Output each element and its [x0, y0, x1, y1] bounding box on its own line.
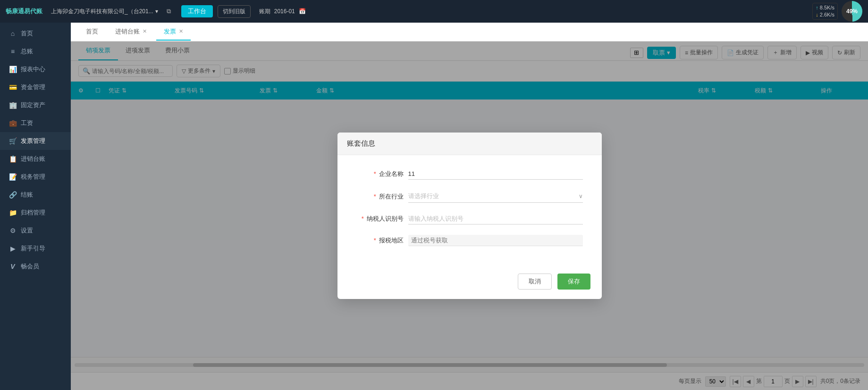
- tabbar: 首页 进销台账 ✕ 发票 ✕: [71, 23, 868, 41]
- ledger-icon: ≡: [8, 48, 17, 55]
- workbench-button[interactable]: 工作台: [181, 5, 213, 17]
- guide-icon: ▶: [8, 245, 17, 252]
- calendar-icon[interactable]: 📅: [299, 8, 306, 15]
- dialog-footer: 取消 保存: [337, 266, 602, 299]
- sidebar-label-funds: 资金管理: [21, 83, 45, 91]
- company-selector[interactable]: 上海卯金刀电子科技有限公司_（台201... ▾: [51, 8, 158, 16]
- home-icon: ⌂: [8, 30, 17, 37]
- form-row-tax-id: * 纳税人识别号: [356, 213, 583, 224]
- period-value: 2016-01: [274, 8, 295, 15]
- page-content: 销项发票 进项发票 费用小票 ⊞ 取票 ▾ ≡ 批量操作: [71, 41, 868, 390]
- industry-placeholder: 请选择行业: [408, 192, 579, 200]
- company-name-label: * 企业名称: [356, 170, 408, 178]
- required-star-tax-id: *: [362, 215, 364, 222]
- switch-old-version-button[interactable]: 切到旧版: [218, 5, 251, 18]
- dialog: 账套信息 * 企业名称: [337, 133, 602, 299]
- sidebar-item-guide[interactable]: ▶ 新手引导: [0, 240, 71, 257]
- sidebar-item-settle[interactable]: 🔗 结账: [0, 186, 71, 204]
- cancel-button[interactable]: 取消: [518, 274, 552, 290]
- sidebar-item-member[interactable]: V 畅会员: [0, 257, 71, 275]
- sidebar-label-ledger: 总账: [21, 47, 33, 56]
- sidebar-item-salary[interactable]: 💼 工资: [0, 114, 71, 132]
- copy-icon[interactable]: ⧉: [167, 8, 171, 15]
- member-icon: V: [8, 263, 17, 270]
- company-name: 上海卯金刀电子科技有限公司_（台201...: [51, 8, 153, 16]
- overlay: 账套信息 * 企业名称: [71, 41, 868, 390]
- company-name-input[interactable]: [408, 168, 583, 180]
- sidebar: ⌂ 首页 ≡ 总账 📊 报表中心 💳 资金管理 🏢 固定资产 💼 工资 🛒 发票…: [0, 23, 71, 390]
- settings-icon: ⚙: [8, 227, 17, 234]
- dialog-title: 账套信息: [347, 139, 375, 147]
- sidebar-item-funds[interactable]: 💳 资金管理: [0, 78, 71, 96]
- purchase-icon: 📋: [8, 155, 17, 163]
- sidebar-label-home: 首页: [21, 29, 33, 38]
- content-area: 首页 进销台账 ✕ 发票 ✕ 销项发票 进项发票 费用: [71, 23, 868, 390]
- tax-id-input[interactable]: [408, 213, 583, 224]
- form-row-industry: * 所在行业 请选择行业 ∨: [356, 190, 583, 203]
- form-row-company: * 企业名称: [356, 168, 583, 180]
- sidebar-item-report[interactable]: 📊 报表中心: [0, 60, 71, 78]
- sidebar-item-invoice[interactable]: 🛒 发票管理: [0, 132, 71, 150]
- industry-chevron-icon: ∨: [579, 193, 583, 199]
- archive-icon: 📁: [8, 209, 17, 216]
- sidebar-label-archive: 归档管理: [21, 208, 45, 217]
- invoice-icon: 🛒: [8, 137, 17, 145]
- tab-purchase[interactable]: 进销台账 ✕: [108, 24, 154, 41]
- sidebar-label-purchase: 进销台账: [21, 155, 45, 163]
- tax-id-label: * 纳税人识别号: [356, 215, 408, 223]
- tab-purchase-close[interactable]: ✕: [143, 28, 147, 34]
- sidebar-label-settings: 设置: [21, 226, 33, 235]
- settle-icon: 🔗: [8, 191, 17, 199]
- required-star-tax-region: *: [374, 237, 376, 244]
- upload-speed: ↑: [816, 5, 820, 10]
- cpu-usage: 49%: [842, 1, 862, 22]
- topbar: 畅康通易代账 上海卯金刀电子科技有限公司_（台201... ▾ ⧉ 工作台 切到…: [0, 0, 868, 23]
- main-layout: ⌂ 首页 ≡ 总账 📊 报表中心 💳 资金管理 🏢 固定资产 💼 工资 🛒 发票…: [0, 23, 868, 390]
- tax-region-label: * 报税地区: [356, 236, 408, 245]
- tab-purchase-label: 进销台账: [115, 27, 140, 36]
- tax-region-input: [408, 235, 583, 246]
- download-speed: ↓: [816, 12, 820, 17]
- sidebar-label-salary: 工资: [21, 119, 33, 127]
- sidebar-item-tax[interactable]: 📝 税务管理: [0, 168, 71, 186]
- sidebar-label-guide: 新手引导: [21, 244, 45, 253]
- logo: 畅康通易代账: [6, 7, 42, 16]
- save-button[interactable]: 保存: [557, 274, 590, 290]
- tax-icon: 📝: [8, 173, 17, 181]
- period-info: 账期 2016-01 📅: [259, 8, 306, 16]
- tab-home[interactable]: 首页: [78, 24, 106, 41]
- assets-icon: 🏢: [8, 101, 17, 109]
- sidebar-item-archive[interactable]: 📁 归档管理: [0, 204, 71, 222]
- sidebar-item-home[interactable]: ⌂ 首页: [0, 25, 71, 42]
- sidebar-label-settle: 结账: [21, 191, 33, 199]
- network-speed: ↑ 8.5K/s ↓ 2.6K/s: [812, 3, 838, 20]
- topbar-right: ↑ 8.5K/s ↓ 2.6K/s 49%: [812, 1, 862, 22]
- sidebar-item-settings[interactable]: ⚙ 设置: [0, 222, 71, 240]
- industry-select[interactable]: 请选择行业 ∨: [408, 190, 583, 203]
- sidebar-label-member: 畅会员: [21, 262, 39, 271]
- sidebar-label-tax: 税务管理: [21, 173, 45, 181]
- tab-invoice[interactable]: 发票 ✕: [156, 24, 191, 41]
- salary-icon: 💼: [8, 119, 17, 127]
- tab-invoice-close[interactable]: ✕: [179, 28, 183, 34]
- sidebar-item-assets[interactable]: 🏢 固定资产: [0, 96, 71, 114]
- sidebar-label-invoice: 发票管理: [21, 137, 45, 145]
- report-icon: 📊: [8, 66, 17, 73]
- tab-home-label: 首页: [86, 27, 98, 36]
- sidebar-item-purchase[interactable]: 📋 进销台账: [0, 150, 71, 168]
- industry-label: * 所在行业: [356, 192, 408, 201]
- company-dropdown-icon: ▾: [155, 8, 158, 15]
- sidebar-label-assets: 固定资产: [21, 101, 45, 109]
- dialog-header: 账套信息: [337, 133, 602, 155]
- sidebar-item-ledger[interactable]: ≡ 总账: [0, 42, 71, 60]
- sidebar-label-report: 报表中心: [21, 65, 45, 74]
- period-label: 账期: [259, 8, 270, 16]
- form-row-tax-region: * 报税地区: [356, 235, 583, 246]
- dialog-body: * 企业名称 * 所在行业 请选择行业: [337, 155, 602, 266]
- required-star-industry: *: [374, 193, 376, 200]
- tab-invoice-label: 发票: [164, 27, 176, 36]
- funds-icon: 💳: [8, 83, 17, 91]
- required-star-company: *: [374, 170, 376, 177]
